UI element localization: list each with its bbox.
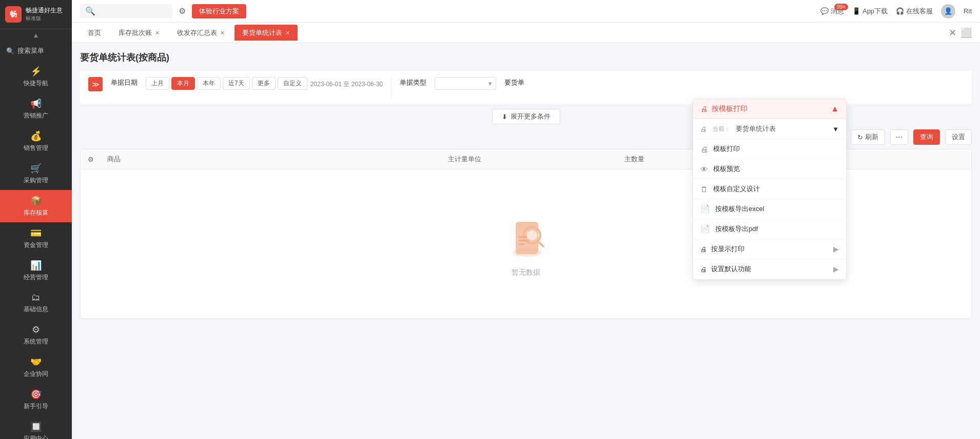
sub-chevron-set-default: ▶ xyxy=(833,265,839,273)
header-search-input[interactable] xyxy=(99,7,160,15)
chevron-up-icon[interactable]: ▲ xyxy=(831,104,839,113)
print-dropdown: 🖨 按模板打印 ▲ 🖨 当前： 要货单统计表 ▼ 🖨模板打印👁模板预览🗒模板自定… xyxy=(693,99,847,280)
tab-close-order-stats[interactable]: ✕ xyxy=(285,30,290,36)
print-item-export-pdf[interactable]: 📄按模板导出pdf xyxy=(693,219,846,239)
page-title: 要货单统计表(按商品) xyxy=(80,51,972,64)
sidebar-item-marketing[interactable]: 📢营销推广 xyxy=(0,93,72,125)
download-icon: 📱 xyxy=(852,7,860,15)
logo-text: 畅捷通好生意 xyxy=(26,7,63,15)
filter-expand-btn[interactable]: ≫ xyxy=(88,77,103,91)
date-btn-2[interactable]: 本年 xyxy=(197,77,221,90)
online-service-btn[interactable]: 🎧 在线客服 xyxy=(896,7,933,16)
print-item-export-excel[interactable]: 📄按模板导出excel xyxy=(693,199,846,219)
sidebar-label-guide: 新手引导 xyxy=(24,402,48,411)
empty-icon xyxy=(500,211,552,262)
sidebar-label-quick-nav: 快捷导航 xyxy=(24,79,48,88)
avatar[interactable]: 👤 xyxy=(941,4,955,18)
user-name[interactable]: Rit xyxy=(964,7,972,15)
settings-icon[interactable]: ⚙ xyxy=(88,156,94,163)
date-btn-1[interactable]: 本月 xyxy=(171,77,195,90)
header-search-box[interactable]: 🔍 xyxy=(80,4,172,18)
main-content: 🔍 ⚙ 体验行业方案 💬 消息 99+ 📱 App下载 🎧 在线客服 👤 Ri xyxy=(72,0,980,439)
more-btn[interactable]: ··· xyxy=(890,129,908,145)
sidebar-search-item[interactable]: 🔍 搜索菜单 xyxy=(0,41,72,61)
tab-close-receipt-summary[interactable]: ✕ xyxy=(220,30,225,36)
sidebar-item-apps[interactable]: 🔲应用中心 xyxy=(0,416,72,439)
date-btn-3[interactable]: 近7天 xyxy=(223,77,250,90)
col-goods: 商品 xyxy=(101,155,442,164)
header-right: 💬 消息 99+ 📱 App下载 🎧 在线客服 👤 Rit xyxy=(820,4,972,18)
print-item-template-print[interactable]: 🖨模板打印 xyxy=(693,139,846,159)
maximize-window-btn[interactable]: ⬜ xyxy=(961,27,972,39)
sidebar-item-system[interactable]: ⚙系统管理 xyxy=(0,319,72,351)
sidebar-item-purchase[interactable]: 🛒采购管理 xyxy=(0,158,72,190)
expand-more-label: 展开更多条件 xyxy=(511,112,551,121)
print-item-icon-export-excel: 📄 xyxy=(700,204,710,214)
col-unit: 主计量单位 xyxy=(442,155,618,164)
date-btn-4[interactable]: 更多 xyxy=(252,77,276,90)
sidebar-label-basic: 基础信息 xyxy=(24,305,48,314)
date-range: 2023-06-01 至 2023-06-30 xyxy=(310,80,383,89)
type-select[interactable] xyxy=(435,77,496,90)
tab-home[interactable]: 首页 xyxy=(80,25,109,41)
print-sub-display-print[interactable]: 🖨按显示打印▶ xyxy=(693,239,846,259)
close-window-btn[interactable]: ✕ xyxy=(949,27,956,39)
query-btn[interactable]: 查询 xyxy=(913,129,940,145)
sidebar-item-guide[interactable]: 🎯新手引导 xyxy=(0,384,72,416)
checkbox-col[interactable]: ⚙ xyxy=(81,156,101,163)
date-btn-5[interactable]: 自定义 xyxy=(278,77,307,90)
sidebar-label-marketing: 营销推广 xyxy=(24,111,48,120)
current-template-item[interactable]: 🖨 当前： 要货单统计表 ▼ xyxy=(693,119,846,139)
sidebar-label-finance: 资金管理 xyxy=(24,241,48,250)
sidebar-item-operation[interactable]: 📊经营管理 xyxy=(0,255,72,287)
print-item-label-template-preview: 模板预览 xyxy=(713,164,740,174)
current-label: 当前： xyxy=(712,125,731,133)
tab-order-stats[interactable]: 要货单统计表✕ xyxy=(234,25,298,41)
date-btn-0[interactable]: 上月 xyxy=(146,77,169,90)
settings-label: 设置 xyxy=(952,132,965,142)
sidebar-icon-sales: 💰 xyxy=(30,130,42,142)
sidebar-item-finance[interactable]: 💳资金管理 xyxy=(0,222,72,255)
print-sub-label-display-print: 按显示打印 xyxy=(711,244,744,254)
sidebar-item-collab[interactable]: 🤝企业协同 xyxy=(0,351,72,384)
sidebar-item-inventory[interactable]: 📦库存核算 xyxy=(0,190,72,222)
sidebar-item-quick-nav[interactable]: ⚡快捷导航 xyxy=(0,61,72,93)
sidebar-label-system: 系统管理 xyxy=(24,337,48,346)
industry-btn[interactable]: 体验行业方案 xyxy=(192,4,246,18)
msg-btn[interactable]: 💬 消息 99+ xyxy=(820,7,844,16)
app-download-btn[interactable]: 📱 App下载 xyxy=(852,7,888,16)
top-header: 🔍 ⚙ 体验行业方案 💬 消息 99+ 📱 App下载 🎧 在线客服 👤 Ri xyxy=(72,0,980,23)
print-dropdown-title: 按模板打印 xyxy=(712,104,748,113)
query-label: 查询 xyxy=(920,132,933,142)
refresh-icon: ↻ xyxy=(857,133,863,141)
tab-receipt-summary[interactable]: 收发存汇总表✕ xyxy=(169,25,232,41)
print-sub-icon-set-default: 🖨 xyxy=(700,265,707,273)
print-sub-set-default[interactable]: 🖨设置默认功能▶ xyxy=(693,259,846,279)
current-chevron: ▼ xyxy=(832,125,839,133)
print-item-template-design[interactable]: 🗒模板自定义设计 xyxy=(693,179,846,199)
print-item-label-template-design: 模板自定义设计 xyxy=(713,184,760,194)
sidebar-logo: 畅 畅捷通好生意 标准版 xyxy=(0,0,72,29)
print-item-template-preview[interactable]: 👁模板预览 xyxy=(693,159,846,179)
sidebar-label-purchase: 采购管理 xyxy=(24,176,48,185)
print-sub-icon-display-print: 🖨 xyxy=(700,245,707,253)
search-icon: 🔍 xyxy=(6,47,14,55)
expand-more-btn[interactable]: ⬇ 展开更多条件 xyxy=(492,109,560,124)
scroll-up-btn[interactable]: ▲ xyxy=(0,29,72,41)
svg-rect-8 xyxy=(519,243,525,245)
sidebar-item-basic[interactable]: 🗂基础信息 xyxy=(0,287,72,319)
expand-icon: ⬇ xyxy=(502,113,507,121)
print-item-icon-template-design: 🗒 xyxy=(700,185,708,194)
sidebar-icon-operation: 📊 xyxy=(30,260,42,271)
print-item-label-export-pdf: 按模板导出pdf xyxy=(715,224,758,234)
tab-batch-account[interactable]: 库存批次账✕ xyxy=(111,25,167,41)
avatar-icon: 👤 xyxy=(944,7,952,15)
page-area: 要货单统计表(按商品) ≫ 单据日期 上月本月本年近7天更多自定义 2023-0… xyxy=(72,43,980,439)
sidebar-label-operation: 经营管理 xyxy=(24,273,48,282)
refresh-btn[interactable]: ↻ 刷新 xyxy=(851,129,885,145)
settings-btn[interactable]: 设置 xyxy=(945,129,972,145)
sidebar-item-sales[interactable]: 💰销售管理 xyxy=(0,125,72,158)
date-label: 单据日期 xyxy=(111,77,138,87)
tab-close-batch-account[interactable]: ✕ xyxy=(155,30,160,36)
gear-icon[interactable]: ⚙ xyxy=(179,6,186,16)
